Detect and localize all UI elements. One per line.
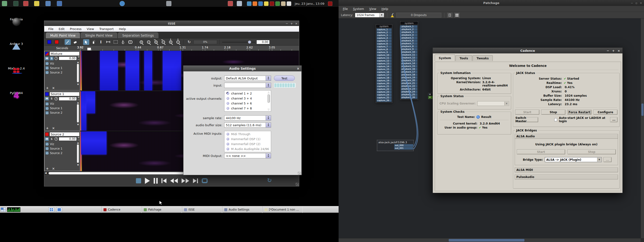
scroll-left-icon[interactable]: ◀ xyxy=(45,172,47,174)
scroll-down-icon[interactable]: ▼ xyxy=(77,123,79,126)
close-icon[interactable]: × xyxy=(640,1,642,5)
window-list-button[interactable] xyxy=(56,207,62,212)
menu-item[interactable]: File xyxy=(46,27,56,31)
radio-icon[interactable] xyxy=(226,107,229,110)
zoom-out-button[interactable]: − xyxy=(146,39,152,45)
ruler-scale[interactable]: 0.440.871.311.742.182.623.053.923.92 xyxy=(80,46,299,51)
node-system-playback[interactable]: system playback_1playback_2playback_3pla… xyxy=(400,21,418,100)
port-capture[interactable]: capture_23 xyxy=(376,91,392,93)
spinner-icon[interactable]: ▲▼ xyxy=(266,76,271,81)
desktop-icon-pydaw[interactable]: 4 PyDAW4 xyxy=(3,91,29,107)
port-capture[interactable]: capture_11 xyxy=(376,57,392,59)
jack-configure-button[interactable]: Configure xyxy=(593,110,618,115)
background-color-swatch[interactable] xyxy=(54,39,60,45)
white-tool-icon[interactable] xyxy=(287,1,291,6)
patchage-titlebar[interactable]: Patchage − ▫ × xyxy=(338,0,644,6)
port-capture[interactable]: capture_22 xyxy=(376,88,392,91)
mute-button[interactable]: M xyxy=(45,137,49,141)
scroll-down-icon[interactable]: ▼ xyxy=(77,164,79,166)
add-layer-button[interactable]: + xyxy=(46,167,49,170)
port-midi[interactable]: M xyxy=(428,96,433,99)
port-capture[interactable]: capture_5 xyxy=(376,40,392,42)
pulseaudio-header[interactable]: PulseAudio xyxy=(515,175,618,179)
zoom-normal-button[interactable]: 1 xyxy=(447,13,452,17)
port-capture[interactable]: capture_8 xyxy=(376,48,392,51)
isse-titlebar[interactable]: ISSE − + × xyxy=(44,21,299,26)
port-capture[interactable]: capture_13 xyxy=(376,62,392,65)
menu-item[interactable]: System xyxy=(351,7,366,11)
input-select[interactable]: ▲▼ xyxy=(224,83,271,88)
output-channels-list[interactable]: △ ▽ ✔ channel 1 + 2 xyxy=(224,90,271,112)
port-playback[interactable]: playback_2 xyxy=(401,28,418,31)
stop-button[interactable] xyxy=(136,178,141,183)
skip-to-start-button[interactable] xyxy=(162,178,166,183)
port-playback[interactable]: playback_24 xyxy=(401,91,418,93)
midi-inputs-list[interactable]: Midi Through Hammerfall DSP (1) Hammerfa… xyxy=(224,131,271,152)
port-playback[interactable]: playback_19 xyxy=(401,76,418,79)
port-playback[interactable]: playback_3 xyxy=(401,31,418,34)
resize-grip[interactable] xyxy=(298,172,301,175)
port-playback[interactable]: playback_9 xyxy=(401,48,418,51)
bridge-start-button[interactable]: Start xyxy=(517,149,565,154)
spinner-icon[interactable]: ▲▼ xyxy=(266,83,271,88)
mute-button[interactable]: M xyxy=(45,57,49,60)
radio-icon[interactable] xyxy=(226,97,229,100)
play-button[interactable] xyxy=(145,178,150,184)
port-playback[interactable]: playback_1 xyxy=(401,25,418,28)
taskbar-item[interactable]: ISSE xyxy=(182,206,222,213)
port-playback[interactable]: playback_10 xyxy=(401,51,418,53)
output-select[interactable]: Default ALSA Output ▲▼ xyxy=(224,76,271,81)
close-icon[interactable]: × xyxy=(618,49,620,52)
rewind-button[interactable] xyxy=(170,178,178,183)
folder-icon[interactable] xyxy=(57,1,62,6)
port-playback[interactable]: playback_12 xyxy=(401,56,418,59)
port-capture[interactable]: capture_24 xyxy=(376,94,392,96)
cadence-titlebar[interactable]: Cadence − + × xyxy=(433,48,622,53)
scroll-up-icon[interactable]: ▲ xyxy=(77,101,79,104)
port-capture[interactable]: capture_12 xyxy=(376,60,392,62)
zoom-in-horizontal-button[interactable]: + xyxy=(153,39,159,45)
visibility-eye-icon[interactable] xyxy=(46,142,48,146)
track-color-chip[interactable] xyxy=(45,52,49,56)
menu-item[interactable]: Help xyxy=(379,7,391,11)
close-icon[interactable]: × xyxy=(295,22,298,25)
timer-icon[interactable] xyxy=(54,137,58,141)
midi-input-option[interactable]: Hammerfall DSP (2) xyxy=(225,141,270,146)
plant-icon[interactable] xyxy=(2,1,7,6)
alsa-midi-header[interactable]: ALSA MIDI xyxy=(515,168,618,172)
pause-button[interactable] xyxy=(154,178,158,184)
menu-item[interactable]: Help xyxy=(117,27,128,31)
port-playback[interactable]: playback_26 xyxy=(401,96,418,99)
bridge-stop-button[interactable]: Stop xyxy=(568,149,616,154)
remove-layer-button[interactable]: × xyxy=(52,167,55,170)
port-capture[interactable]: capture_1 xyxy=(376,28,392,31)
port-capture[interactable]: capture_19 xyxy=(376,79,392,82)
sample-rate-select[interactable]: 44100 Hz ▲▼ xyxy=(224,115,271,121)
sticky-notes-icon[interactable] xyxy=(264,1,268,6)
solo-button[interactable]: S xyxy=(50,57,54,60)
red-app-icon[interactable] xyxy=(328,1,332,6)
jack-stop-button[interactable]: Stop xyxy=(541,110,566,115)
box-selection-tool-button[interactable] xyxy=(112,39,118,45)
minimize-icon[interactable]: − xyxy=(606,49,609,52)
channel-option[interactable]: channel 5 + 6 xyxy=(225,101,266,106)
foreground-color-swatch[interactable] xyxy=(46,39,52,45)
port-playback[interactable]: playback_17 xyxy=(401,71,418,73)
list-scrollbar[interactable]: △ ▽ xyxy=(266,91,270,111)
menu-item[interactable]: Edit xyxy=(56,27,67,31)
port-playback[interactable]: playback_15 xyxy=(401,65,418,68)
remove-layer-button[interactable]: × xyxy=(52,126,55,130)
port-playback[interactable]: playback_13 xyxy=(401,59,418,62)
port-capture[interactable]: capture_7 xyxy=(376,45,392,48)
minimize-icon[interactable]: − xyxy=(631,1,633,5)
menu-item[interactable]: View xyxy=(84,27,96,31)
maximize-icon[interactable]: + xyxy=(612,49,615,52)
autostart-more-button[interactable]: ... xyxy=(610,117,618,122)
port-capture[interactable]: capture_10 xyxy=(376,54,392,56)
canvas-horizontal-scrollbar[interactable] xyxy=(338,238,641,242)
latency-select[interactable]: 1024 frames ▼ xyxy=(355,13,384,17)
visibility-eye-icon[interactable] xyxy=(46,111,48,114)
chevron-down-icon[interactable]: ▼ xyxy=(597,158,601,162)
port-playback[interactable]: playback_20 xyxy=(401,79,418,82)
node-title[interactable]: system xyxy=(376,25,392,28)
